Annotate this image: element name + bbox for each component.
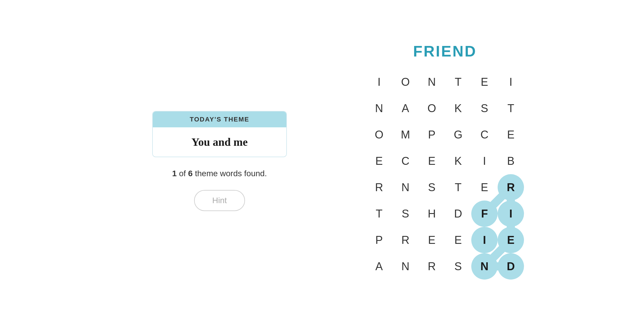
- grid-cell[interactable]: A: [392, 95, 419, 121]
- grid-cell[interactable]: A: [366, 253, 392, 280]
- right-panel: FRIEND IONTEINAOKSTOMPGCEECEKIBRNSTERT: [366, 42, 524, 280]
- grid-wrapper: IONTEINAOKSTOMPGCEECEKIBRNSTERTSHDFIPREE…: [366, 69, 524, 280]
- grid-cell[interactable]: E: [419, 148, 445, 174]
- grid-cell[interactable]: G: [445, 121, 471, 148]
- grid-cell[interactable]: I: [498, 69, 524, 95]
- grid-cell[interactable]: T: [445, 174, 471, 201]
- grid-cell[interactable]: O: [392, 69, 419, 95]
- grid-cell[interactable]: T: [366, 201, 392, 227]
- progress-label: theme words found.: [195, 169, 267, 178]
- grid-cell[interactable]: N: [392, 253, 419, 280]
- grid-cell[interactable]: R: [392, 227, 419, 253]
- grid-cell[interactable]: E: [471, 69, 498, 95]
- grid-cell[interactable]: M: [392, 121, 419, 148]
- word-search-grid[interactable]: IONTEINAOKSTOMPGCEECEKIBRNSTERTSHDFIPREE…: [366, 69, 524, 280]
- main-container: TODAY'S THEME You and me 1 of 6 theme wo…: [0, 0, 644, 322]
- grid-cell[interactable]: D: [445, 201, 471, 227]
- grid-cell[interactable]: F: [471, 201, 498, 227]
- grid-cell[interactable]: R: [498, 174, 524, 201]
- grid-cell[interactable]: R: [366, 174, 392, 201]
- grid-cell[interactable]: E: [471, 174, 498, 201]
- grid-cell[interactable]: N: [392, 174, 419, 201]
- grid-cell[interactable]: S: [471, 95, 498, 121]
- grid-cell[interactable]: S: [445, 253, 471, 280]
- grid-cell[interactable]: P: [419, 121, 445, 148]
- grid-cell[interactable]: E: [419, 227, 445, 253]
- grid-cell[interactable]: R: [419, 253, 445, 280]
- grid-cell[interactable]: E: [498, 121, 524, 148]
- grid-cell[interactable]: E: [498, 227, 524, 253]
- grid-cell[interactable]: I: [498, 201, 524, 227]
- grid-cell[interactable]: C: [392, 148, 419, 174]
- grid-cell[interactable]: K: [445, 95, 471, 121]
- left-panel: TODAY'S THEME You and me 1 of 6 theme wo…: [120, 111, 319, 211]
- hint-button[interactable]: Hint: [194, 190, 245, 211]
- theme-card-body: You and me: [153, 127, 286, 157]
- grid-cell[interactable]: H: [419, 201, 445, 227]
- grid-cell[interactable]: E: [366, 148, 392, 174]
- found-word-title: FRIEND: [413, 42, 477, 60]
- progress-total: 6: [188, 169, 193, 178]
- theme-card: TODAY'S THEME You and me: [152, 111, 287, 157]
- grid-cell[interactable]: K: [445, 148, 471, 174]
- progress-found: 1: [172, 169, 177, 178]
- grid-cell[interactable]: D: [498, 253, 524, 280]
- grid-cell[interactable]: I: [471, 227, 498, 253]
- grid-cell[interactable]: I: [471, 148, 498, 174]
- progress-of: of: [179, 169, 186, 178]
- grid-cell[interactable]: T: [445, 69, 471, 95]
- grid-cell[interactable]: N: [419, 69, 445, 95]
- grid-cell[interactable]: S: [419, 174, 445, 201]
- grid-cell[interactable]: N: [366, 95, 392, 121]
- grid-cell[interactable]: S: [392, 201, 419, 227]
- grid-cell[interactable]: O: [366, 121, 392, 148]
- theme-card-header: TODAY'S THEME: [153, 112, 286, 127]
- grid-cell[interactable]: C: [471, 121, 498, 148]
- grid-cell[interactable]: E: [445, 227, 471, 253]
- grid-cell[interactable]: O: [419, 95, 445, 121]
- progress-text: 1 of 6 theme words found.: [172, 169, 267, 178]
- grid-cell[interactable]: N: [471, 253, 498, 280]
- grid-cell[interactable]: B: [498, 148, 524, 174]
- grid-cell[interactable]: P: [366, 227, 392, 253]
- grid-cell[interactable]: I: [366, 69, 392, 95]
- grid-cell[interactable]: T: [498, 95, 524, 121]
